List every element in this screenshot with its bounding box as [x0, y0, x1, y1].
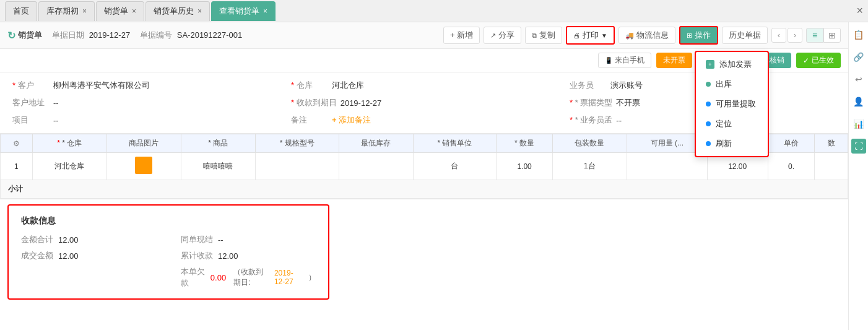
out-stock-icon	[706, 82, 711, 87]
history-button[interactable]: 历史单据	[722, 27, 768, 44]
logistics-button[interactable]: 🚚 物流信息	[618, 27, 675, 44]
number-label: 单据编号 SA-20191227-001	[140, 30, 242, 41]
sidebar-icon-chart[interactable]: 📊	[851, 116, 866, 131]
from-phone-button[interactable]: 📱 来自手机	[598, 53, 651, 68]
dropdown-available-qty[interactable]: 可用量提取	[696, 94, 768, 114]
share-button[interactable]: ↗ 分享	[484, 27, 521, 44]
number-value: SA-20191227-001	[177, 30, 243, 40]
list-view-button[interactable]: ≡	[806, 28, 823, 43]
customer-value: 柳州粤港平安气体有限公司	[53, 80, 150, 91]
tab-inventory-init[interactable]: 库存期初 ×	[38, 1, 95, 21]
th-image: 商品图片	[106, 134, 181, 153]
doc-title-area: ↻ 销货单 单据日期 2019-12-27 单据编号 SA-20191227-0…	[7, 30, 438, 41]
sidebar-icon-doc[interactable]: 📋	[851, 27, 866, 42]
th-quantity: * 数量	[497, 134, 553, 153]
operations-button[interactable]: ⊞ 操作	[679, 26, 718, 45]
dropdown-add-invoice[interactable]: + 添加发票	[696, 54, 768, 74]
sidebar-icon-expand[interactable]: ⛶	[851, 139, 866, 154]
date-value: 2019-12-27	[89, 30, 131, 40]
tab-sales-history[interactable]: 销货单历史 ×	[145, 1, 210, 21]
toolbar-actions: + 新增 ↗ 分享 ⧉ 复制 🖨 打印 ▼ 🚚 物流信息	[443, 26, 841, 45]
th-spec: * 规格型号	[255, 134, 339, 153]
close-tab-inventory-init[interactable]: ×	[82, 7, 87, 15]
summary-col-2: 同单现结 -- 累计收款 12.00 本单欠款 0.00 （收款到期日: 201…	[181, 234, 316, 289]
project-value: --	[53, 116, 59, 125]
salesperson-value: 演示账号	[610, 80, 643, 91]
same-order-settlement-row: 同单现结 --	[181, 234, 316, 245]
th-amount: 数	[815, 134, 848, 153]
summary-col-1: 金额合计 12.00 成交金额 12.00	[21, 234, 156, 289]
date-label: 单据日期 2019-12-27	[52, 30, 130, 41]
subtotal-row: 小计	[1, 180, 848, 199]
sidebar-icon-reply[interactable]: ↩	[851, 72, 866, 87]
row-quantity: 1.00	[497, 153, 553, 180]
window-close-button[interactable]: ×	[856, 4, 863, 17]
grid-view-button[interactable]: ⊞	[823, 28, 841, 43]
row-warehouse: 河北仓库	[32, 153, 106, 180]
product-thumbnail	[135, 157, 152, 174]
subtotal-label: 小计	[1, 180, 848, 199]
customer-address-field: 客户地址 --	[12, 97, 279, 108]
toolbar: ↻ 销货单 单据日期 2019-12-27 单据编号 SA-20191227-0…	[0, 22, 848, 49]
customer-field: 客户 柳州粤港平安气体有限公司	[12, 80, 279, 91]
not-opened-button[interactable]: 未开票	[656, 53, 692, 68]
row-product: 嘻嘻嘻嘻	[181, 153, 255, 180]
row-unit-price: 0.	[768, 153, 815, 180]
doc-title-text: 销货单	[18, 30, 42, 41]
add-note-button[interactable]: + 添加备注	[332, 115, 371, 126]
view-toggle: ≡ ⊞	[806, 28, 841, 43]
next-button[interactable]: ›	[788, 28, 802, 43]
salesperson-meng-value: --	[616, 116, 622, 125]
close-tab-view-sales-order[interactable]: ×	[263, 7, 267, 15]
doc-icon: ↻	[7, 30, 15, 41]
due-date-value: 2019-12-27	[341, 98, 382, 108]
tab-home[interactable]: 首页	[5, 1, 37, 21]
dropdown-out-stock[interactable]: 出库	[696, 74, 768, 94]
row-image	[106, 153, 181, 180]
sidebar-icon-link[interactable]: 🔗	[851, 50, 866, 64]
available-qty-icon	[706, 102, 711, 106]
tab-sales-order[interactable]: 销货单 ×	[96, 1, 144, 21]
th-unit: * 销售单位	[413, 134, 497, 153]
operations-dropdown: + 添加发票 出库 可用量提取 定位 刷新	[695, 51, 769, 157]
row-min-stock	[339, 153, 413, 180]
sidebar-icon-user[interactable]: 👤	[851, 94, 866, 109]
locate-icon	[706, 121, 711, 126]
deal-amount-row: 成交金额 12.00	[21, 250, 156, 261]
dropdown-locate[interactable]: 定位	[696, 114, 768, 134]
dropdown-refresh[interactable]: 刷新	[696, 134, 768, 154]
ticket-type-value: 不开票	[616, 97, 640, 108]
th-pack-qty: 包装数量	[552, 134, 627, 153]
row-amount	[815, 153, 848, 180]
close-tab-sales-history[interactable]: ×	[197, 7, 202, 15]
print-button[interactable]: 🖨 打印 ▼	[566, 26, 615, 45]
due-amount-row: 本单欠款 0.00 （收款到期日: 2019-12-27 ）	[181, 266, 316, 289]
tab-view-sales-order[interactable]: 查看销货单 ×	[211, 1, 276, 21]
th-warehouse: * 仓库	[32, 134, 106, 153]
row-spec	[255, 153, 339, 180]
close-tab-sales-order[interactable]: ×	[132, 7, 136, 15]
refresh-icon	[706, 141, 711, 146]
th-min-stock: 最低库存	[339, 134, 413, 153]
warehouse-field: 仓库 河北仓库	[291, 80, 557, 91]
doc-meta: 单据日期 2019-12-27 单据编号 SA-20191227-001	[52, 30, 242, 41]
add-button[interactable]: + 新增	[443, 27, 480, 44]
right-sidebar: 📋 🔗 ↩ 👤 📊 ⛶	[848, 22, 868, 330]
summary-title: 收款信息	[21, 215, 316, 227]
copy-button[interactable]: ⧉ 复制	[525, 27, 562, 44]
add-invoice-icon: +	[706, 60, 714, 69]
summary-section: 收款信息 金额合计 12.00 成交金额 12.00 同单现结 --	[7, 204, 329, 300]
effective-button[interactable]: ✓ 已生效	[796, 53, 841, 68]
row-unit: 台	[413, 153, 497, 180]
prev-button[interactable]: ‹	[771, 28, 786, 43]
due-date-field: 收款到期日 2019-12-27	[291, 97, 557, 108]
note-field: 备注 + 添加备注	[291, 115, 557, 126]
row-pack-qty: 1台	[552, 153, 627, 180]
th-settings[interactable]: ⚙	[1, 134, 33, 153]
row-index: 1	[1, 153, 33, 180]
total-received-row: 累计收款 12.00	[181, 250, 316, 261]
nav-arrows: ‹ ›	[771, 28, 802, 43]
warehouse-value: 河北仓库	[332, 80, 364, 91]
tab-bar: 首页 库存期初 × 销货单 × 销货单历史 × 查看销货单 × ×	[0, 0, 868, 22]
doc-title: ↻ 销货单	[7, 30, 42, 41]
